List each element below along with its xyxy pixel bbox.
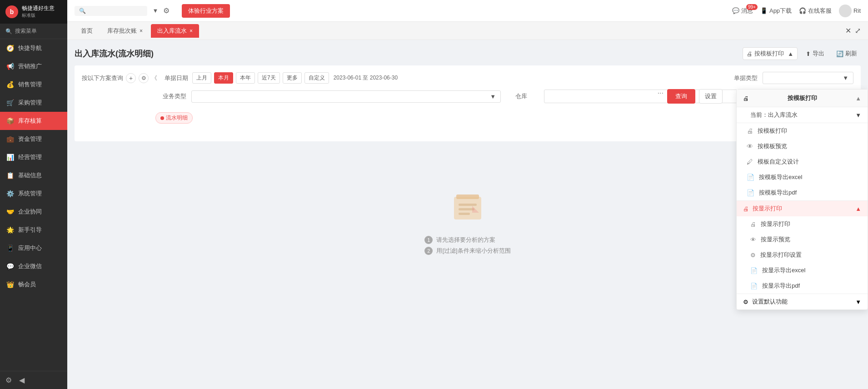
template-excel-label: 按模板导出excel (759, 173, 802, 181)
filter-add-btn[interactable]: + (126, 73, 136, 83)
date-btn-this-month[interactable]: 本月 (214, 72, 233, 84)
date-btn-custom[interactable]: 自定义 (304, 72, 329, 84)
filter-settings-btn[interactable]: ⚙ (139, 73, 149, 83)
newbie-icon: 🌟 (5, 225, 15, 234)
dropdown-display-header[interactable]: 🖨 按显示打印 ▲ (737, 201, 868, 216)
finance-label: 资金管理 (18, 135, 42, 143)
dropdown-footer[interactable]: ⚙ 设置默认功能 ▼ (737, 294, 868, 309)
sidebar-item-purchase[interactable]: 🛒 采购管理 (0, 94, 67, 112)
dropdown-template-preview[interactable]: 👁 按模板预览 (737, 139, 868, 154)
sidebar-item-inventory[interactable]: 📦 库存核算 (0, 112, 67, 130)
footer-settings-icon: ⚙ (743, 299, 748, 305)
settings-btn[interactable]: 设置 (699, 89, 723, 104)
sidebar-item-base[interactable]: 📋 基础信息 (0, 166, 67, 185)
dropdown-template-pdf[interactable]: 📄 按模板导出pdf (737, 185, 868, 200)
more-options-btn[interactable]: ··· (658, 89, 663, 104)
window-maximize-btn[interactable]: ⤢ (855, 26, 861, 35)
dropdown-template-excel[interactable]: 📄 按模板导出excel (737, 170, 868, 185)
newbie-label: 新手引导 (18, 226, 42, 234)
dropdown-template-print[interactable]: 🖨 按模板打印 (737, 123, 868, 139)
date-btn-this-year[interactable]: 本年 (236, 72, 255, 84)
window-close-btn[interactable]: ✕ (845, 26, 851, 35)
dropdown-footer-label: 设置默认功能 (752, 298, 788, 306)
inventory-label: 库存核算 (18, 117, 42, 125)
base-label: 基础信息 (18, 171, 42, 180)
sidebar-item-quick-nav[interactable]: 🧭 快捷导航 (0, 39, 67, 57)
sidebar-item-system[interactable]: ⚙️ 系统管理 (0, 185, 67, 203)
tab-inventory-batch-close[interactable]: × (140, 28, 143, 34)
sidebar-item-cooperation[interactable]: 🤝 企业协同 (0, 203, 67, 221)
dropdown-template-design[interactable]: 🖊 模板自定义设计 (737, 154, 868, 170)
dropdown-close-chevron[interactable]: ▲ (855, 95, 861, 102)
logo-version: 标准版 (22, 12, 55, 19)
display-excel-icon: 📄 (750, 267, 758, 274)
date-label: 单据日期 (165, 74, 190, 82)
date-btn-more[interactable]: 更多 (283, 72, 302, 84)
template-preview-icon: 👁 (747, 143, 753, 150)
purchase-label: 采购管理 (18, 99, 42, 107)
template-design-label: 模板自定义设计 (758, 158, 799, 166)
step-num-2: 2 (424, 247, 433, 255)
topbar-dropdown-btn[interactable]: ▼ (151, 6, 160, 15)
dropdown-display-print[interactable]: 🖨 按显示打印 (737, 216, 868, 232)
filter-tag-detail[interactable]: 流水明细 (155, 112, 193, 124)
dropdown-display-excel[interactable]: 📄 按显示导出excel (737, 263, 868, 278)
topbar-settings-btn[interactable]: ⚙ (160, 5, 173, 17)
template-print-btn[interactable]: 🖨 按模板打印 ▲ (743, 47, 798, 60)
type-select[interactable]: ▼ (763, 72, 853, 84)
business-select[interactable]: ▼ (191, 90, 501, 103)
sidebar-item-operations[interactable]: 📊 经营管理 (0, 148, 67, 166)
filter-type-area: 单据类型 ▼ (734, 72, 853, 84)
tab-home[interactable]: 首页 (75, 24, 99, 38)
sidebar-collapse-icon[interactable]: ◀ (19, 376, 25, 384)
export-btn[interactable]: ⬆ 导出 (802, 48, 828, 60)
date-btn-7days[interactable]: 近7天 (258, 72, 280, 84)
tab-inventory-batch[interactable]: 库存批次账 × (101, 24, 149, 38)
trial-industry-button[interactable]: 体验行业方案 (182, 4, 230, 18)
tab-inout-flow-close[interactable]: × (190, 28, 193, 34)
empty-steps: 1 请先选择要分析的方案 2 用[过滤]条件来缩小分析范围 (424, 236, 510, 258)
refresh-btn[interactable]: 🔄 刷新 (833, 48, 861, 60)
logo-icon: b (5, 5, 18, 18)
dropdown-current-item[interactable]: 当前：出入库流水 ▼ (737, 107, 868, 123)
sidebar-item-wechat[interactable]: 💬 企业微信 (0, 257, 67, 275)
system-icon: ⚙️ (5, 189, 15, 198)
display-excel-label: 按显示导出excel (762, 266, 805, 274)
messages-btn[interactable]: 💬 消息 99+ (732, 7, 753, 15)
step-1-text: 请先选择要分析的方案 (436, 236, 495, 244)
sidebar-item-finance[interactable]: 💼 资金管理 (0, 130, 67, 148)
online-service-btn[interactable]: 🎧 在线客服 (799, 7, 832, 15)
base-icon: 📋 (5, 171, 15, 180)
user-avatar (839, 5, 852, 17)
svg-rect-1 (456, 194, 479, 199)
sidebar-item-sales[interactable]: 💰 销售管理 (0, 75, 67, 94)
date-btn-last-month[interactable]: 上月 (192, 72, 211, 84)
app-download-btn[interactable]: 📱 App下载 (760, 7, 792, 15)
dropdown-display-pdf[interactable]: 📄 按显示导出pdf (737, 278, 868, 294)
user-info[interactable]: Rit (839, 5, 861, 17)
template-design-icon: 🖊 (747, 158, 753, 165)
dropdown-display-preview[interactable]: 👁 按显示预览 (737, 232, 868, 247)
sidebar-item-app-center[interactable]: 📱 应用中心 (0, 239, 67, 257)
sidebar-item-member[interactable]: 👑 畅会员 (0, 275, 67, 294)
sidebar-settings-icon[interactable]: ⚙ (5, 376, 12, 384)
sidebar: b 畅捷通好生意 标准版 🔍 搜索菜单 🧭 快捷导航 📢 营销推广 💰 销售管理… (0, 0, 67, 389)
wechat-icon: 💬 (5, 262, 15, 271)
sidebar-item-newbie[interactable]: 🌟 新手引导 (0, 221, 67, 239)
sidebar-search[interactable]: 🔍 搜索菜单 (0, 24, 67, 39)
filter-collapse-left[interactable]: 《 (151, 74, 157, 82)
query-btn[interactable]: 查询 (667, 89, 695, 104)
app-center-label: 应用中心 (18, 244, 42, 252)
dropdown-display-print-settings[interactable]: ⚙ 按显示打印设置 (737, 247, 868, 263)
wechat-label: 企业微信 (18, 262, 42, 270)
print-dropdown-panel: 🖨 按模板打印 ▲ 当前：出入库流水 ▼ 🖨 按模板打印 👁 按 (736, 89, 868, 310)
sidebar-item-marketing[interactable]: 📢 营销推广 (0, 57, 67, 75)
download-icon: 📱 (760, 7, 768, 14)
topbar-search-box[interactable]: 🔍 (75, 6, 147, 16)
template-print-item-label: 按模板打印 (758, 127, 787, 135)
date-range-display: 2023-06-01 至 2023-06-30 (334, 74, 398, 82)
empty-step-2: 2 用[过滤]条件来缩小分析范围 (424, 247, 510, 255)
tab-inout-flow[interactable]: 出入库流水 × (151, 24, 199, 38)
marketing-label: 营销推广 (18, 62, 42, 70)
app-download-label: App下载 (769, 7, 792, 15)
